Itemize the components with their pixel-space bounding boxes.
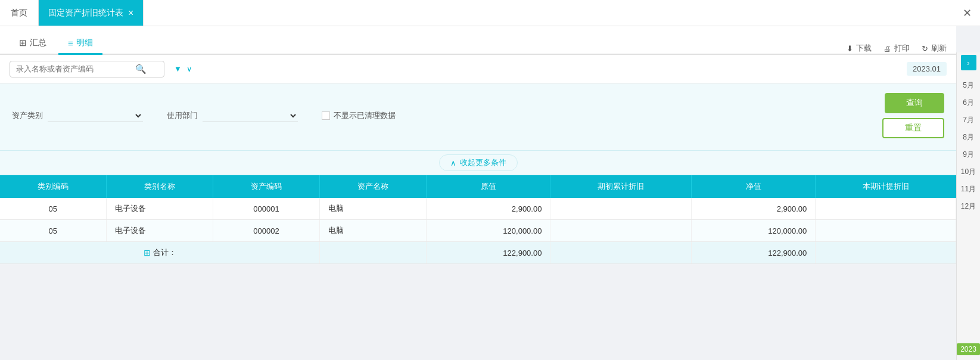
date-display: 2023.01 [907,62,947,76]
data-table: 类别编码 类别名称 资产编码 资产名称 原值 期初累计折旧 净值 本期计提折旧 … [0,175,956,264]
table-header-row: 类别编码 类别名称 资产编码 资产名称 原值 期初累计折旧 净值 本期计提折旧 [0,175,956,198]
cell-asset-name: 电脑 [320,198,427,220]
tab-summary-label: 汇总 [30,38,46,48]
total-label-text: 合计： [153,247,176,258]
summary-icon: ⊞ [19,38,27,48]
download-icon: ⬇ [847,44,853,53]
search-icon: 🔍 [135,64,147,75]
asset-category-filter: 资产类别 [12,109,143,122]
total-accumulated-dep [550,242,692,264]
cell-original-value: 120,000.00 [427,220,550,242]
download-label: 下载 [856,43,872,54]
cell-category-name: 电子设备 [106,220,213,242]
department-select[interactable] [203,109,298,122]
detail-icon: ≡ [68,38,73,48]
col-asset-code: 资产编码 [213,175,319,198]
col-current-dep: 本期计提折旧 [816,175,956,198]
print-button[interactable]: 🖨 打印 [883,43,910,54]
search-input[interactable] [16,64,135,73]
exclude-cleared-label: 不显示已清理数据 [334,110,396,121]
col-category-code: 类别编码 [0,175,106,198]
search-input-wrap[interactable]: 🔍 [10,61,164,77]
cell-asset-name: 电脑 [320,220,427,242]
home-label: 首页 [11,8,27,18]
table-wrap: 类别编码 类别名称 资产编码 资产名称 原值 期初累计折旧 净值 本期计提折旧 … [0,175,956,360]
month-8[interactable]: 8月 [957,129,980,145]
total-label-cell: ⊞ 合计： [0,242,320,264]
cell-category-name: 电子设备 [106,198,213,220]
total-row: ⊞ 合计： 122,900.00 122,900.00 [0,242,956,264]
cell-asset-code: 000001 [213,198,319,220]
collapse-label: 收起更多条件 [460,157,506,168]
cell-accumulated-dep [550,198,692,220]
tab-detail-label: 明细 [76,38,93,48]
cell-current-dep [816,220,956,242]
col-category-name: 类别名称 [106,175,213,198]
month-9[interactable]: 9月 [957,147,980,163]
filter-area: 资产类别 使用部门 不显示已清理数据 查询 重置 [0,83,956,151]
department-filter: 使用部门 [167,109,298,122]
active-tab[interactable]: 固定资产折旧统计表 × [39,0,144,26]
collapse-icon: ∧ [450,159,456,167]
print-label: 打印 [894,43,910,54]
col-original-value: 原值 [427,175,550,198]
cell-original-value: 2,900.00 [427,198,550,220]
refresh-button[interactable]: ↻ 刷新 [922,43,947,54]
refresh-label: 刷新 [931,43,947,54]
tab-close-icon[interactable]: × [128,8,133,18]
tab-label: 固定资产折旧统计表 [48,8,123,18]
collapse-row: ∧ 收起更多条件 [0,151,956,175]
refresh-icon: ↻ [922,44,928,53]
print-icon: 🖨 [883,44,891,53]
total-current-dep [816,242,956,264]
reset-button[interactable]: 重置 [882,118,944,138]
month-6[interactable]: 6月 [957,95,980,111]
right-panel: › 5月 6月 7月 8月 9月 10月 11月 12月 2023 [956,52,980,360]
search-bar: 🔍 ▼ ∨ 2023.01 [0,55,956,83]
filter-icon: ▼ [174,64,182,73]
query-button[interactable]: 查询 [885,93,944,113]
tabs-row: ⊞ 汇总 ≡ 明细 ⬇ 下载 🖨 打印 ↻ 刷新 [0,26,956,55]
asset-category-label: 资产类别 [12,110,43,121]
cell-asset-code: 000002 [213,220,319,242]
exclude-cleared-filter[interactable]: 不显示已清理数据 [322,110,396,121]
download-button[interactable]: ⬇ 下载 [847,43,872,54]
cell-category-code: 05 [0,198,106,220]
table-row[interactable]: 05 电子设备 000002 电脑 120,000.00 120,000.00 [0,220,956,242]
total-original-value: 122,900.00 [427,242,550,264]
window-close-button[interactable]: ✕ [954,0,980,26]
home-nav[interactable]: 首页 [0,0,39,26]
col-net-value: 净值 [692,175,816,198]
exclude-cleared-checkbox[interactable] [322,111,330,120]
month-10[interactable]: 10月 [957,164,980,180]
cell-net-value: 2,900.00 [692,198,816,220]
cell-current-dep [816,198,956,220]
month-7[interactable]: 7月 [957,112,980,128]
month-12[interactable]: 12月 [957,198,980,215]
total-icon: ⊞ [144,248,151,257]
department-label: 使用部门 [167,110,198,121]
cell-category-code: 05 [0,220,106,242]
year-badge[interactable]: 2023 [957,343,980,355]
month-5[interactable]: 5月 [957,77,980,94]
cell-accumulated-dep [550,220,692,242]
tab-detail[interactable]: ≡ 明细 [58,33,102,55]
collapse-button[interactable]: ∧ 收起更多条件 [439,154,518,171]
panel-arrow-button[interactable]: › [961,55,976,70]
more-filters-button[interactable]: ▼ ∨ [174,64,192,73]
month-11[interactable]: 11月 [957,181,980,197]
tab-summary[interactable]: ⊞ 汇总 [10,33,56,55]
col-asset-name: 资产名称 [320,175,427,198]
col-accumulated-dep: 期初累计折旧 [550,175,692,198]
asset-category-select[interactable] [48,109,143,122]
total-net-value: 122,900.00 [692,242,816,264]
cell-net-value: 120,000.00 [692,220,816,242]
chevron-down-icon: ∨ [186,64,192,73]
total-empty-name [320,242,427,264]
table-row[interactable]: 05 电子设备 000001 电脑 2,900.00 2,900.00 [0,198,956,220]
